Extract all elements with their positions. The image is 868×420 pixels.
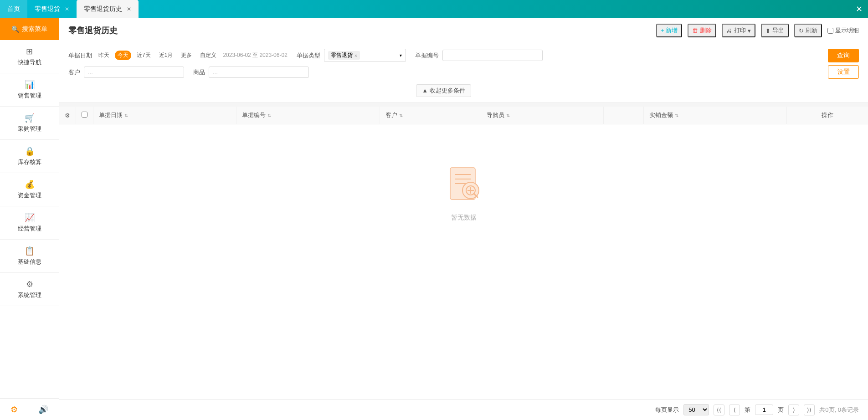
sidebar-item-inventory-label: 库存核算	[18, 158, 41, 166]
filter-group-bill-type: 单据类型 零售退货 × ▾	[297, 49, 406, 62]
sidebar-menu: ⊞ 快捷导航 📊 销售管理 🛒 采购管理 🔒 库存核算 💰 资金管理 📈	[0, 40, 59, 398]
sidebar-item-sales-mgmt[interactable]: 📊 销售管理	[0, 73, 59, 107]
th-actual-amount-label: 实销金额	[649, 111, 673, 119]
bill-type-tag: 零售退货 ×	[328, 51, 360, 60]
tab-retail-return-label: 零售退货	[35, 5, 60, 13]
customer-select[interactable]: ...	[84, 67, 184, 78]
sidebar-item-finance[interactable]: 💰 资金管理	[0, 173, 59, 206]
filter-row-2: 客户 ... 商品 ...	[68, 67, 819, 78]
th-settings[interactable]: ⚙	[59, 107, 76, 124]
refresh-label: 刷新	[806, 26, 817, 35]
tab-retail-return-history-label: 零售退货历史	[84, 5, 122, 13]
th-bill-date[interactable]: 单据日期 ⇅	[93, 107, 236, 124]
tab-retail-return[interactable]: 零售退货 ✕	[27, 0, 77, 18]
page-next-btn[interactable]: ⟩	[788, 405, 799, 415]
data-table: ⚙ 单据日期 ⇅ 单据编号	[59, 107, 868, 258]
th-guide[interactable]: 导购员 ⇅	[481, 107, 603, 124]
th-checkbox[interactable]	[76, 107, 93, 124]
date-btn-more[interactable]: 更多	[178, 51, 195, 60]
date-btn-7days[interactable]: 近7天	[134, 51, 154, 60]
volume-icon[interactable]: 🔊	[38, 405, 48, 415]
window-close-btn[interactable]: ✕	[856, 4, 868, 14]
bill-type-tag-close[interactable]: ×	[354, 53, 357, 58]
th-actual-amount[interactable]: 实销金额 ⇅	[643, 107, 786, 124]
page-first-btn[interactable]: ⟨⟨	[714, 405, 724, 415]
bill-no-input[interactable]	[442, 50, 543, 61]
tabs-area: 首页 零售退货 ✕ 零售退货历史 ✕	[0, 0, 856, 18]
page-last-btn[interactable]: ⟩⟩	[804, 405, 815, 415]
customer-sort-icon: ⇅	[399, 113, 403, 118]
quick-nav-icon: ⊞	[26, 46, 33, 56]
th-actions-label: 操作	[822, 112, 833, 118]
date-btn-1month[interactable]: 近1月	[156, 51, 176, 60]
page-size-select[interactable]: 20 50 100	[683, 404, 709, 415]
sidebar-item-basic-info[interactable]: 📋 基础信息	[0, 240, 59, 273]
actual-amount-sort-icon: ⇅	[675, 113, 678, 118]
setting-button[interactable]: 设置	[828, 65, 859, 79]
th-customer[interactable]: 客户 ⇅	[380, 107, 481, 124]
refresh-button[interactable]: ↻ 刷新	[794, 24, 822, 37]
table-container: ⚙ 单据日期 ⇅ 单据编号	[59, 107, 868, 399]
filter-row-wrapper: 单据日期 昨天 今天 近7天 近1月 更多 自定义 2023-06-02 至 2…	[68, 49, 859, 97]
page-label2: 页	[778, 406, 784, 414]
th-spacer	[603, 107, 643, 124]
show-detail-checkbox-label[interactable]: 显示明细	[827, 26, 859, 35]
page-label: 第	[745, 406, 750, 414]
sidebar-item-operations[interactable]: 📈 经营管理	[0, 206, 59, 240]
filter-group-date: 单据日期 昨天 今天 近7天 近1月 更多 自定义 2023-06-02 至 2…	[68, 51, 288, 60]
tab-retail-return-close[interactable]: ✕	[65, 6, 69, 12]
bill-no-sort-icon: ⇅	[267, 113, 271, 118]
export-button[interactable]: ⬆ 导出	[761, 24, 789, 37]
date-range: 2023-06-02 至 2023-06-02	[223, 51, 287, 59]
bill-type-label: 单据类型	[297, 51, 320, 60]
collapse-btn[interactable]: ▲ 收起更多条件	[416, 84, 471, 97]
purchase-icon: 🛒	[25, 113, 35, 123]
tab-retail-return-history-close[interactable]: ✕	[127, 6, 131, 12]
date-btn-today[interactable]: 今天	[115, 51, 131, 60]
filter-area: 单据日期 昨天 今天 近7天 近1月 更多 自定义 2023-06-02 至 2…	[59, 43, 868, 103]
bill-date-label: 单据日期	[68, 51, 92, 60]
bill-type-select[interactable]: 零售退货 × ▾	[324, 49, 406, 62]
tab-home[interactable]: 首页	[0, 0, 27, 18]
show-detail-checkbox[interactable]	[827, 28, 833, 34]
empty-icon	[441, 161, 487, 206]
empty-state-row: 暂无数据	[59, 124, 868, 259]
empty-text: 暂无数据	[451, 214, 477, 222]
filter-right: 查询 设置	[828, 49, 859, 79]
sidebar-item-purchase-mgmt[interactable]: 🛒 采购管理	[0, 107, 59, 140]
settings-bottom-icon[interactable]: ⚙	[10, 405, 18, 415]
query-button[interactable]: 查询	[828, 49, 859, 62]
print-button[interactable]: 🖨 打印 ▾	[722, 24, 755, 37]
delete-button[interactable]: 🗑 删除	[688, 24, 716, 37]
header-actions: + 新增 🗑 删除 🖨 打印 ▾ ⬆ 导出 ↻ 刷新 显示明细	[656, 24, 859, 37]
operations-icon: 📈	[25, 213, 35, 223]
select-all-checkbox[interactable]	[82, 112, 87, 118]
goods-select[interactable]: ...	[209, 67, 309, 78]
page-prev-btn[interactable]: ⟨	[729, 405, 740, 415]
sidebar-search[interactable]: 🔍 搜索菜单	[0, 18, 59, 40]
sidebar-item-operations-label: 经营管理	[18, 225, 41, 233]
sidebar-item-system[interactable]: ⚙ 系统管理	[0, 273, 59, 306]
sidebar-bottom: ⚙ 🔊	[0, 398, 59, 420]
page-input[interactable]: 1	[755, 405, 773, 415]
date-btn-yesterday[interactable]: 昨天	[96, 51, 112, 60]
page-size-label: 每页显示	[655, 406, 679, 414]
sidebar-search-label: 搜索菜单	[22, 25, 47, 33]
th-bill-no-label: 单据编号	[242, 111, 266, 119]
date-btn-custom[interactable]: 自定义	[197, 51, 219, 60]
goods-label: 商品	[193, 68, 205, 77]
th-actions: 操作	[787, 107, 868, 124]
sidebar-item-quick-nav[interactable]: ⊞ 快捷导航	[0, 40, 59, 73]
th-bill-no[interactable]: 单据编号 ⇅	[236, 107, 380, 124]
print-label: 打印	[734, 26, 746, 35]
add-button[interactable]: + 新增	[656, 24, 682, 37]
sidebar-item-inventory[interactable]: 🔒 库存核算	[0, 140, 59, 173]
tab-retail-return-history[interactable]: 零售退货历史 ✕	[77, 0, 139, 18]
th-guide-label: 导购员	[487, 111, 504, 119]
filter-group-customer: 客户 ...	[68, 67, 184, 78]
main-layout: 🔍 搜索菜单 ⊞ 快捷导航 📊 销售管理 🛒 采购管理 🔒 库存核算 💰	[0, 18, 868, 420]
export-icon: ⬆	[765, 27, 770, 34]
page-header: 零售退货历史 + 新增 🗑 删除 🖨 打印 ▾ ⬆ 导出 ↻ 刷新	[59, 18, 868, 43]
print-chevron: ▾	[748, 27, 751, 34]
system-icon: ⚙	[26, 279, 33, 289]
